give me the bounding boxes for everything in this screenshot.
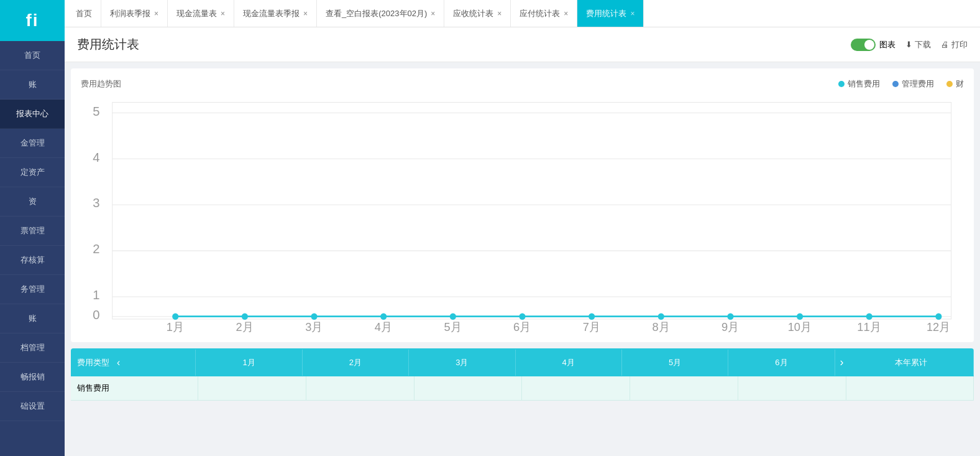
td-sales-m3: [414, 376, 523, 400]
tab-expense-stats[interactable]: 费用统计表 ×: [577, 0, 644, 27]
sidebar-item-invest[interactable]: 资: [0, 187, 65, 216]
close-tab-receivable[interactable]: ×: [497, 9, 501, 18]
svg-text:8月: 8月: [652, 320, 670, 332]
svg-text:0: 0: [93, 307, 99, 322]
svg-point-13: [172, 313, 178, 320]
chart-title: 费用趋势图: [81, 78, 121, 90]
download-icon: ⬇: [905, 40, 912, 49]
tab-cashflow[interactable]: 现金流量表 ×: [168, 0, 234, 27]
svg-text:5月: 5月: [444, 320, 462, 332]
chart-legend: 销售费用 管理费用 财: [838, 78, 964, 90]
svg-text:2: 2: [93, 241, 99, 256]
td-sales-m2: [306, 376, 414, 400]
sidebar-item-ledger[interactable]: 账: [0, 304, 65, 333]
svg-rect-12: [112, 103, 951, 319]
svg-point-21: [727, 313, 733, 320]
tab-receivable[interactable]: 应收统计表 ×: [444, 0, 511, 27]
th-month-2: 2月: [303, 350, 409, 376]
svg-text:5: 5: [93, 103, 99, 118]
close-tab-cashflow[interactable]: ×: [221, 9, 225, 18]
toggle-label: 图表: [879, 39, 895, 50]
page-header: 费用统计表 图表 ⬇ 下载 🖨 打印: [65, 27, 980, 62]
chart-svg: 5 4 3 2 1 0: [81, 96, 964, 332]
svg-text:6月: 6月: [513, 320, 531, 332]
sidebar-item-report-center[interactable]: 报表中心: [0, 100, 65, 129]
svg-text:2月: 2月: [236, 320, 254, 332]
legend-label-finance: 财: [956, 78, 964, 90]
legend-dot-finance: [946, 81, 953, 87]
sidebar-item-fixed-assets[interactable]: 定资产: [0, 158, 65, 187]
chart-area: 5 4 3 2 1 0: [81, 96, 964, 332]
sidebar-logo: fi: [0, 0, 65, 41]
svg-point-20: [658, 313, 664, 320]
sidebar-item-base-settings[interactable]: 础设置: [0, 392, 65, 421]
header-actions: 图表 ⬇ 下载 🖨 打印: [851, 39, 968, 51]
svg-text:3月: 3月: [305, 320, 323, 332]
close-tab-expense-stats[interactable]: ×: [630, 9, 634, 18]
legend-dot-sales: [838, 81, 845, 87]
download-button[interactable]: ⬇ 下载: [905, 39, 931, 50]
svg-text:4月: 4月: [375, 320, 393, 332]
th-month-6: 6月: [728, 350, 835, 376]
th-summary: 本年累计: [849, 350, 974, 376]
sidebar-item-archive-mgmt[interactable]: 档管理: [0, 333, 65, 363]
th-month-4: 4月: [516, 350, 622, 376]
sidebar-item-inventory[interactable]: 存核算: [0, 246, 65, 275]
svg-point-22: [797, 313, 803, 320]
svg-text:12月: 12月: [927, 320, 951, 332]
th-month-1: 1月: [196, 350, 302, 376]
sidebar-item-service-mgmt[interactable]: 务管理: [0, 275, 65, 304]
sidebar-item-home[interactable]: 首页: [0, 41, 65, 70]
chart-section: 费用趋势图 销售费用 管理费用 财: [71, 68, 974, 342]
close-tab-blank-report[interactable]: ×: [431, 9, 435, 18]
tab-blank-report[interactable]: 查看_空白报表(2023年02月) ×: [317, 0, 444, 27]
tab-profit-quarterly[interactable]: 利润表季报 ×: [101, 0, 168, 27]
sidebar: fi 首页 账 报表中心 金管理 定资产 资 票管理 存核算 务管理 账 档管理…: [0, 0, 65, 456]
legend-label-admin: 管理费用: [902, 78, 934, 90]
svg-point-18: [519, 313, 525, 320]
th-month-5: 5月: [622, 350, 728, 376]
print-button[interactable]: 🖨 打印: [941, 39, 968, 50]
td-sales-m6: [738, 376, 846, 400]
td-sales-m4: [522, 376, 630, 400]
svg-point-15: [311, 313, 317, 320]
svg-text:9月: 9月: [721, 320, 740, 332]
main-area: 首页 利润表季报 × 现金流量表 × 现金流量表季报 × 查看_空白报表(202…: [65, 0, 980, 456]
sidebar-item-account[interactable]: 账: [0, 70, 65, 100]
svg-text:1月: 1月: [167, 320, 185, 332]
close-tab-payable[interactable]: ×: [564, 9, 568, 18]
tab-home[interactable]: 首页: [67, 0, 101, 27]
td-sales-m5: [630, 376, 738, 400]
svg-text:10月: 10月: [788, 320, 812, 332]
svg-text:3: 3: [93, 195, 99, 210]
close-tab-cashflow-quarterly[interactable]: ×: [303, 9, 308, 18]
svg-point-16: [380, 313, 387, 320]
table-section: 费用类型 ‹ 1月 2月 3月 4月 5月 6月 › 本年累计 销售费用: [71, 348, 974, 450]
sidebar-item-expense[interactable]: 畅报销: [0, 363, 65, 392]
svg-point-24: [935, 313, 941, 320]
chart-header: 费用趋势图 销售费用 管理费用 财: [81, 78, 964, 90]
sidebar-item-cash-mgmt[interactable]: 金管理: [0, 129, 65, 158]
legend-admin-expense: 管理费用: [892, 78, 934, 90]
svg-point-14: [242, 313, 248, 320]
svg-text:7月: 7月: [583, 320, 601, 332]
svg-point-19: [588, 313, 595, 320]
svg-text:11月: 11月: [857, 320, 881, 332]
chart-toggle[interactable]: [851, 39, 876, 51]
legend-sales-expense: 销售费用: [838, 78, 880, 90]
svg-point-17: [450, 313, 456, 320]
legend-dot-admin: [892, 81, 899, 87]
th-type: 费用类型 ‹: [71, 350, 196, 376]
td-type-sales: 销售费用: [71, 376, 198, 400]
svg-text:1: 1: [93, 287, 99, 302]
tab-bar: 首页 利润表季报 × 现金流量表 × 现金流量表季报 × 查看_空白报表(202…: [65, 0, 980, 27]
table-header-row: 费用类型 ‹ 1月 2月 3月 4月 5月 6月 › 本年累计: [71, 348, 974, 376]
next-month-arrow[interactable]: ›: [835, 348, 849, 376]
sidebar-item-ticket-mgmt[interactable]: 票管理: [0, 216, 65, 246]
tab-cashflow-quarterly[interactable]: 现金流量表季报 ×: [234, 0, 317, 27]
th-month-3: 3月: [409, 350, 515, 376]
prev-month-arrow[interactable]: ‹: [114, 357, 122, 368]
td-sales-total: [846, 376, 974, 400]
tab-payable[interactable]: 应付统计表 ×: [511, 0, 577, 27]
close-tab-profit-quarterly[interactable]: ×: [154, 9, 158, 18]
